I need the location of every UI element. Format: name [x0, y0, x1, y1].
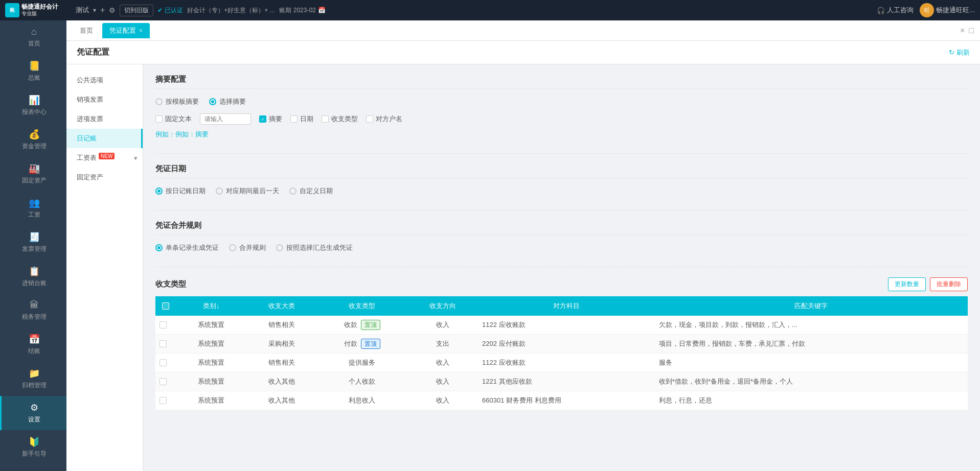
add-icon[interactable]: + — [100, 6, 105, 15]
settings-icon: ⚙ — [30, 402, 38, 413]
sidebar-label-inventory: 进销台账 — [22, 279, 47, 288]
sidebar-item-funds[interactable]: 💰 资金管理 — [0, 123, 66, 157]
sidebar-label-assets: 固定资产 — [22, 176, 47, 185]
cell-direction: 收入 — [407, 372, 478, 391]
cell-major: 收入其他 — [246, 372, 317, 391]
checkbox-date[interactable]: 日期 — [290, 114, 313, 124]
radio-select-circle — [209, 98, 216, 105]
left-nav-payroll[interactable]: 工资表NEW ▾ — [66, 148, 143, 168]
sidebar-label-settings: 设置 — [28, 415, 40, 424]
left-nav-purchase-invoice[interactable]: 进项发票 — [66, 109, 143, 129]
date-section: 凭证日期 按日记账日期 对应期间最后一天 — [155, 153, 968, 196]
cell-category: 系统预置 — [176, 372, 246, 391]
username-label: 畅捷通旺旺... — [936, 6, 975, 15]
maximize-icon[interactable]: □ — [969, 26, 974, 35]
radio-merge-rule[interactable]: 合并规则 — [229, 243, 266, 252]
switch-version-button[interactable]: 切到旧版 — [120, 5, 153, 16]
radio-period-last-day[interactable]: 对应期间最后一天 — [216, 186, 279, 196]
sidebar-item-closing[interactable]: 📅 结账 — [0, 327, 66, 362]
sidebar-item-settings[interactable]: ⚙ 设置 — [0, 396, 66, 430]
left-nav-sales-invoice[interactable]: 销项发票 — [66, 90, 143, 109]
batch-delete-button[interactable]: 批量删除 — [930, 277, 968, 291]
update-count-button[interactable]: 更新数量 — [888, 277, 926, 291]
checkbox-fixed-text[interactable]: 固定文本 — [155, 114, 192, 124]
sidebar-item-inventory[interactable]: 📋 进销台账 — [0, 260, 66, 294]
top-bar: 账 畅捷通好会计 专业版 测试 ▾ + ⚙ 切到旧版 ✔ 已认证 好会计（专）+… — [0, 0, 980, 20]
sidebar-item-assets[interactable]: 🏭 固定资产 — [0, 157, 66, 191]
row-checkbox[interactable] — [159, 378, 167, 385]
top-tag: 置顶 — [361, 320, 380, 330]
checkbox-counterparty[interactable]: 对方户名 — [366, 114, 402, 124]
tab-home[interactable]: 首页 — [73, 23, 100, 38]
sidebar-item-archive[interactable]: 📁 归档管理 — [0, 362, 66, 396]
summary-checkbox[interactable] — [259, 115, 266, 123]
radio-single-voucher[interactable]: 单条记录生成凭证 — [155, 243, 219, 252]
th-checkbox — [155, 296, 176, 316]
radio-summary-voucher[interactable]: 按照选择汇总生成凭证 — [276, 243, 353, 252]
summary-radio-group: 按模板摘要 选择摘要 — [155, 97, 968, 106]
gear-icon[interactable]: ⚙ — [109, 6, 116, 14]
logo-icon: 账 — [5, 3, 19, 17]
cell-major: 收入其他 — [246, 391, 317, 410]
cashflow-type-checkbox[interactable] — [322, 115, 329, 123]
left-nav-fixed-assets[interactable]: 固定资产 — [66, 168, 143, 187]
close-window-icon[interactable]: × — [960, 26, 965, 35]
checkbox-cashflow-type[interactable]: 收支类型 — [322, 114, 358, 124]
sidebar-item-tax[interactable]: 🏛 税务管理 — [0, 294, 66, 327]
sidebar-item-guide[interactable]: 🔰 新手引导 — [0, 430, 66, 464]
cell-keywords: 收到*借款，收到*备用金，退回*备用金，个人 — [655, 372, 968, 391]
fixed-text-input[interactable] — [200, 113, 251, 125]
row-checkbox[interactable] — [159, 340, 167, 347]
example-label: 例如：例如：摘要 — [155, 130, 968, 139]
tab-close-icon[interactable]: × — [139, 27, 143, 34]
row-checkbox[interactable] — [159, 359, 167, 366]
tab-bar-right: × □ — [960, 26, 974, 35]
sidebar-item-ledger[interactable]: 📒 总账 — [0, 54, 66, 88]
radio-single-circle — [155, 244, 163, 251]
fixed-text-checkbox[interactable] — [155, 115, 163, 123]
checkbox-summary[interactable]: 摘要 — [259, 114, 282, 124]
radio-journal-date[interactable]: 按日记账日期 — [155, 186, 206, 196]
table-row: 系统预置 销售相关 收款 置顶 收入 1122 应收账款 欠款，现金，项目款，到… — [155, 316, 968, 335]
refresh-icon: ↻ — [949, 49, 954, 56]
date-checkbox[interactable] — [290, 115, 298, 123]
radio-select-summary[interactable]: 选择摘要 — [209, 97, 246, 106]
merge-radio-group: 单条记录生成凭证 合并规则 按照选择汇总生成凭证 — [155, 243, 968, 252]
logo-text: 畅捷通好会计 — [21, 3, 58, 10]
sidebar-label-reports: 报表中心 — [22, 108, 47, 116]
radio-custom-date[interactable]: 自定义日期 — [289, 186, 333, 196]
service-button[interactable]: 🎧 人工咨询 — [877, 6, 914, 15]
calendar-icon[interactable]: 📅 — [318, 7, 326, 14]
left-nav-public[interactable]: 公共选项 — [66, 70, 143, 90]
sidebar-label-payroll: 工资 — [28, 210, 40, 219]
headset-icon: 🎧 — [877, 7, 885, 14]
tab-voucher-config[interactable]: 凭证配置 × — [102, 23, 150, 38]
sidebar-item-reports[interactable]: 📊 报表中心 — [0, 88, 66, 123]
tab-bar: 首页 凭证配置 × × □ — [66, 20, 980, 41]
cell-major: 采购相关 — [246, 335, 317, 354]
sidebar-item-payroll[interactable]: 👥 工资 — [0, 191, 66, 225]
left-nav-journal[interactable]: 日记账 — [66, 129, 143, 148]
sidebar-label-invoice: 发票管理 — [22, 245, 47, 253]
cell-account: 1221 其他应收款 — [478, 372, 655, 391]
sidebar-label-closing: 结账 — [28, 347, 40, 356]
counterparty-checkbox[interactable] — [366, 115, 373, 123]
radio-summary-circle — [276, 244, 283, 251]
user-menu[interactable]: 旺 畅捷通旺旺... — [920, 3, 975, 17]
cell-type: 收款 置顶 — [317, 316, 408, 335]
ledger-icon: 📒 — [29, 60, 40, 72]
row-checkbox[interactable] — [159, 321, 167, 328]
dropdown-arrow-icon[interactable]: ▾ — [93, 7, 96, 14]
sidebar-item-home[interactable]: ⌂ 首页 — [0, 20, 66, 54]
refresh-button[interactable]: ↻ 刷新 — [949, 48, 970, 57]
sidebar-item-invoice[interactable]: 🧾 发票管理 — [0, 225, 66, 260]
cashflow-section-title: 收支类型 — [155, 279, 186, 289]
sidebar-label-funds: 资金管理 — [22, 142, 47, 151]
radio-template-summary[interactable]: 按模板摘要 — [155, 97, 199, 106]
inner-layout: 公共选项 销项发票 进项发票 日记账 工资表NEW ▾ 固定资产 摘要配置 — [66, 64, 980, 471]
row-checkbox[interactable] — [159, 397, 167, 404]
select-all-checkbox[interactable] — [162, 302, 169, 310]
cell-keywords: 欠款，现金，项目款，到款，报销款，汇入，... — [655, 316, 968, 335]
sidebar-item-member[interactable]: V 畅会员 — [0, 464, 66, 471]
expand-icon[interactable]: ▾ — [134, 154, 138, 162]
